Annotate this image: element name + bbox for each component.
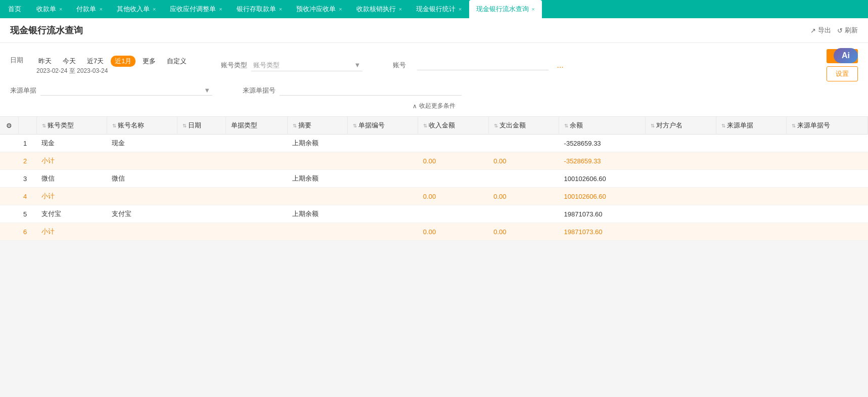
date-opt-more[interactable]: 更多: [139, 56, 160, 67]
col-account-type[interactable]: ⇅账号类型: [36, 117, 107, 135]
cell-account-name: [107, 188, 177, 205]
cell-doc-type: [226, 170, 287, 188]
table-row: 6小计0.000.0019871073.60: [0, 223, 868, 241]
ai-badge[interactable]: Ai: [834, 48, 858, 63]
cell-doc-no: [348, 152, 418, 170]
nav-tab-cash-bank-stats[interactable]: 现金银行统计 ×: [409, 0, 469, 18]
date-opt-today[interactable]: 今天: [59, 56, 80, 67]
close-icon[interactable]: ×: [399, 0, 402, 18]
nav-tab-ar-ap-adjust[interactable]: 应收应付调整单 ×: [163, 0, 229, 18]
page-title: 现金银行流水查询: [10, 24, 83, 36]
cell-income: [418, 135, 488, 152]
cell-balance: -3528659.33: [559, 135, 646, 152]
date-opt-7days[interactable]: 近7天: [83, 56, 108, 67]
col-expense[interactable]: ⇅支出金额: [488, 117, 559, 135]
cell-balance: 19871073.60: [559, 223, 646, 241]
col-date[interactable]: ⇅日期: [177, 117, 226, 135]
col-gear[interactable]: ⚙: [0, 117, 18, 135]
settings-button[interactable]: 设置: [827, 66, 858, 81]
table-row: 4小计0.000.00100102606.60: [0, 188, 868, 205]
cell-gear: [0, 152, 18, 170]
cell-account-type: 微信: [36, 170, 107, 188]
header-actions: ↗ 导出 ↺ 刷新: [810, 26, 858, 35]
account-type-select[interactable]: 账号类型 ▼: [251, 60, 362, 71]
col-balance[interactable]: ⇅余额: [559, 117, 646, 135]
col-doc-type[interactable]: 单据类型: [226, 117, 287, 135]
cell-account-type: 支付宝: [36, 205, 107, 223]
nav-tab-bank-deposit[interactable]: 银行存取款单 ×: [230, 0, 289, 18]
cell-date: [177, 135, 226, 152]
close-icon[interactable]: ×: [279, 0, 282, 18]
cell-expense: 0.00: [488, 188, 559, 205]
source-doc-no-label: 来源单据号: [243, 86, 276, 95]
date-opt-yesterday[interactable]: 昨天: [34, 56, 56, 67]
account-input[interactable]: [417, 60, 549, 70]
cell-balance: 100102606.60: [559, 188, 646, 205]
export-button[interactable]: ↗ 导出: [810, 26, 831, 35]
col-source-doc-no[interactable]: ⇅来源单据号: [786, 117, 867, 135]
cell-gear: [0, 170, 18, 188]
cell-gear: [0, 223, 18, 241]
date-options: 昨天 今天 近7天 近1月 更多 自定义: [34, 56, 191, 67]
close-icon[interactable]: ×: [153, 0, 156, 18]
table-row: 1现金现金上期余额-3528659.33: [0, 135, 868, 152]
cell-counterpart: [646, 135, 716, 152]
cell-source-doc: [716, 170, 786, 188]
close-icon[interactable]: ×: [219, 0, 222, 18]
cell-account-name: 支付宝: [107, 205, 177, 223]
date-opt-custom[interactable]: 自定义: [163, 56, 191, 67]
cell-doc-no: [348, 205, 418, 223]
cell-num: 1: [18, 135, 36, 152]
source-doc-no-input[interactable]: [280, 85, 462, 96]
nav-tab-advance-offset[interactable]: 预收冲应收单 ×: [289, 0, 349, 18]
cell-summary: 上期余额: [287, 170, 347, 188]
collapse-bar[interactable]: ∧ 收起更多条件: [10, 100, 858, 112]
close-icon[interactable]: ×: [459, 0, 462, 18]
close-icon[interactable]: ×: [339, 0, 342, 18]
export-icon: ↗: [810, 27, 816, 34]
cell-gear: [0, 135, 18, 152]
nav-tab-other-income[interactable]: 其他收入单 ×: [110, 0, 163, 18]
nav-home[interactable]: 首页: [0, 0, 29, 18]
col-doc-no[interactable]: ⇅单据编号: [348, 117, 418, 135]
close-icon[interactable]: ×: [532, 0, 535, 18]
date-opt-1month[interactable]: 近1月: [111, 56, 135, 67]
account-dots-button[interactable]: ...: [553, 61, 567, 70]
flow-table: ⚙ ⇅账号类型 ⇅账号名称 ⇅日期 单据类型 ⇅摘要 ⇅单据编号 ⇅收入金额 ⇅…: [0, 117, 868, 241]
cell-summary: [287, 152, 347, 170]
col-summary[interactable]: ⇅摘要: [287, 117, 347, 135]
account-label: 账号: [393, 61, 413, 70]
nav-tab-receipt-writeoff[interactable]: 收款核销执行 ×: [349, 0, 409, 18]
cell-doc-no: [348, 170, 418, 188]
cell-account-name: [107, 152, 177, 170]
col-counterpart[interactable]: ⇅对方户名: [646, 117, 716, 135]
account-type-filter-group: 账号类型 账号类型 ▼: [221, 60, 362, 71]
nav-tab-cash-bank-flow[interactable]: 现金银行流水查询 ×: [469, 0, 542, 18]
cell-source-doc: [716, 188, 786, 205]
page-header: 现金银行流水查询 ↗ 导出 ↺ 刷新: [0, 18, 868, 43]
cell-doc-type: [226, 135, 287, 152]
cell-summary: 上期余额: [287, 135, 347, 152]
source-doc-filter-group: 来源单据 ▼: [10, 85, 212, 96]
chevron-down-icon: ▼: [204, 86, 210, 94]
cell-account-name: 现金: [107, 135, 177, 152]
cell-counterpart: [646, 152, 716, 170]
nav-tab-receipt[interactable]: 收款单 ×: [29, 0, 69, 18]
refresh-button[interactable]: ↺ 刷新: [837, 26, 858, 35]
cell-source-doc: [716, 135, 786, 152]
cell-num: 3: [18, 170, 36, 188]
cell-source-doc-no: [786, 223, 867, 241]
col-account-name[interactable]: ⇅账号名称: [107, 117, 177, 135]
account-type-label: 账号类型: [221, 61, 247, 70]
source-doc-label: 来源单据: [10, 86, 36, 95]
close-icon[interactable]: ×: [59, 0, 62, 18]
source-doc-select[interactable]: ▼: [40, 85, 212, 96]
close-icon[interactable]: ×: [99, 0, 102, 18]
cell-expense: [488, 135, 559, 152]
col-source-doc[interactable]: ⇅来源单据: [716, 117, 786, 135]
col-income[interactable]: ⇅收入金额: [418, 117, 488, 135]
cell-counterpart: [646, 223, 716, 241]
cell-num: 2: [18, 152, 36, 170]
cell-date: [177, 188, 226, 205]
nav-tab-payment[interactable]: 付款单 ×: [69, 0, 109, 18]
